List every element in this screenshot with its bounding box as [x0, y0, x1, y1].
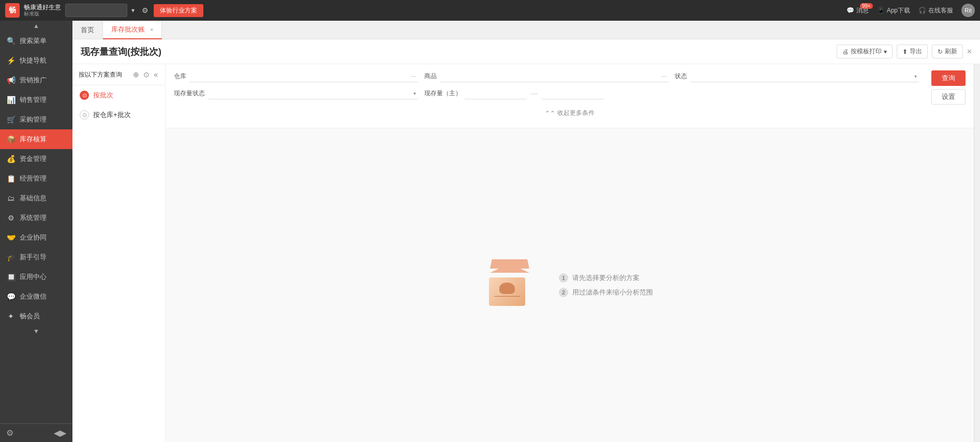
top-header: 畅 畅康通好生意 标准版 ▾ ⚙ 体验行业方案 💬 消息 99+ 📱 App下载… [0, 0, 980, 21]
sidebar-item-apps[interactable]: 🔲 应用中心 [0, 267, 72, 287]
sidebar: ▲ 🔍 搜索菜单 ⚡ 快捷导航 📢 营销推广 📊 销售管理 🛒 采购管理 📦 库… [0, 21, 72, 442]
left-panel: 按以下方案查询 ⊕ ⊙ « ⊙ 按批次 ⊙ 按仓库+批次 [72, 64, 166, 442]
warehouse-more-btn[interactable]: ··· [409, 71, 418, 81]
collab-icon: 🤝 [6, 233, 16, 242]
sidebar-item-system[interactable]: ⚙ 系统管理 [0, 208, 72, 228]
collapse-up-icon: ⌃⌃ [545, 110, 555, 117]
export-btn[interactable]: ⬆ 导出 [897, 45, 928, 58]
search-icon: 🔍 [6, 36, 16, 46]
sidebar-item-operation[interactable]: 📋 经营管理 [0, 169, 72, 188]
inventory-qty-label: 现存量（主） [424, 89, 462, 98]
tab-home[interactable]: 首页 [72, 21, 103, 39]
export-icon: ⬆ [902, 48, 908, 55]
scheme-active-icon: ⊙ [80, 91, 89, 100]
filter-row-2: 现存量状态 ▾ 现存量（主） [174, 87, 919, 99]
tab-bar: 首页 库存批次账 × [72, 21, 980, 39]
user-avatar[interactable]: Rit [961, 4, 975, 17]
sidebar-settings-btn[interactable]: ⚙ [6, 428, 13, 438]
sales-icon: 📊 [6, 95, 16, 105]
page-title: 现存量查询(按批次) [81, 46, 837, 58]
sidebar-item-search[interactable]: 🔍 搜索菜单 [0, 31, 72, 51]
sidebar-item-marketing[interactable]: 📢 营销推广 [0, 70, 72, 90]
vip-icon: ✦ [6, 312, 16, 321]
main-content: 首页 库存批次账 × 现存量查询(按批次) 🖨 按模板打印 ▾ ⬆ 导出 [72, 21, 980, 442]
global-settings-btn[interactable]: ⚙ [139, 5, 152, 16]
messages-badge: 99+ [860, 3, 873, 9]
brand-name: 畅康通好生意 [24, 4, 61, 11]
operation-icon: 📋 [6, 174, 16, 183]
empty-tip-1: 1 请先选择要分析的方案 [559, 273, 653, 283]
status-select[interactable] [690, 70, 919, 82]
tab-inventory-batch[interactable]: 库存批次账 × [103, 21, 162, 39]
inventory-qty-field: 现存量（主） — [424, 87, 669, 99]
sidebar-item-collab[interactable]: 🤝 企业协同 [0, 228, 72, 247]
product-input-wrapper: ··· [440, 70, 669, 82]
scheme-item-batch[interactable]: ⊙ 按批次 [72, 85, 165, 105]
message-icon: 💬 [847, 7, 854, 14]
right-scrollbar [974, 64, 980, 442]
sidebar-item-inventory[interactable]: 📦 库存核算 [0, 129, 72, 149]
inventory-qty-to-input[interactable] [542, 87, 604, 99]
header-right: 💬 消息 99+ 📱 App下载 🎧 在线客服 Rit [847, 4, 975, 17]
inventory-icon: 📦 [6, 135, 16, 144]
close-panel-btn[interactable]: × [967, 47, 972, 56]
online-service-btn[interactable]: 🎧 在线客服 [918, 6, 953, 15]
tab-close-btn[interactable]: × [150, 26, 153, 33]
tip-number-2: 2 [559, 288, 568, 297]
scheme-item-warehouse-batch[interactable]: ⊙ 按仓库+批次 [72, 105, 165, 125]
basic-info-icon: 🗂 [6, 194, 16, 203]
sidebar-item-wechat[interactable]: 💬 企业微信 [0, 287, 72, 306]
empty-state-illustration [486, 259, 538, 311]
service-icon: 🎧 [918, 7, 926, 14]
inventory-status-select[interactable] [208, 87, 418, 99]
sidebar-item-quicknav[interactable]: ⚡ 快捷导航 [0, 51, 72, 70]
global-search-input[interactable] [65, 4, 127, 17]
print-icon: 🖨 [842, 48, 849, 55]
wechat-icon: 💬 [6, 292, 16, 301]
left-panel-title: 按以下方案查询 [79, 70, 122, 79]
search-dropdown-btn[interactable]: ▾ [129, 6, 137, 15]
sidebar-item-purchase[interactable]: 🛒 采购管理 [0, 110, 72, 129]
scheme-settings-btn[interactable]: ⊙ [142, 69, 151, 80]
experience-btn[interactable]: 体验行业方案 [154, 4, 203, 17]
query-btn[interactable]: 查询 [931, 70, 966, 86]
finance-icon: 💰 [6, 154, 16, 164]
warehouse-field: 仓库 ··· [174, 70, 418, 82]
collapse-row[interactable]: ⌃⌃ 收起更多条件 [174, 105, 966, 122]
app-download-btn[interactable]: 📱 App下载 [877, 6, 910, 15]
sidebar-toggle-btn[interactable]: ◀▶ [54, 428, 66, 438]
system-icon: ⚙ [6, 213, 16, 223]
status-select-wrapper: ▾ [690, 70, 919, 82]
refresh-btn[interactable]: ↻ 刷新 [932, 45, 963, 58]
top-nav: ▾ ⚙ 体验行业方案 [65, 4, 842, 17]
sidebar-scroll-up[interactable]: ▲ [0, 21, 72, 31]
sidebar-scroll-down[interactable]: ▼ [0, 326, 72, 336]
filter-row-1: 仓库 ··· 商品 [174, 70, 919, 82]
purchase-icon: 🛒 [6, 115, 16, 124]
collapse-left-panel-btn[interactable]: « [153, 69, 159, 80]
inventory-status-field: 现存量状态 ▾ [174, 87, 418, 99]
empty-state-tips: 1 请先选择要分析的方案 2 用过滤条件来缩小分析范围 [559, 273, 653, 297]
avatar-circle: Rit [961, 4, 975, 17]
scheme-inactive-icon: ⊙ [80, 110, 89, 120]
product-input[interactable] [440, 70, 659, 82]
filter-settings-btn[interactable]: 设置 [931, 89, 966, 105]
add-scheme-btn[interactable]: ⊕ [132, 69, 140, 80]
guide-icon: 🎓 [6, 253, 16, 262]
sidebar-bottom: ⚙ ◀▶ [0, 423, 72, 442]
product-label: 商品 [424, 72, 437, 81]
messages-btn[interactable]: 💬 消息 99+ [847, 6, 869, 15]
print-dropdown-arrow: ▾ [884, 48, 887, 55]
sidebar-item-sales[interactable]: 📊 销售管理 [0, 90, 72, 110]
sidebar-item-guide[interactable]: 🎓 新手引导 [0, 247, 72, 267]
print-btn[interactable]: 🖨 按模板打印 ▾ [837, 45, 893, 58]
inventory-qty-from-input[interactable] [465, 87, 527, 99]
sidebar-item-finance[interactable]: 💰 资金管理 [0, 149, 72, 169]
empty-state: 1 请先选择要分析的方案 2 用过滤条件来缩小分析范围 [166, 128, 974, 442]
sidebar-item-basic-info[interactable]: 🗂 基础信息 [0, 188, 72, 208]
page-header: 现存量查询(按批次) 🖨 按模板打印 ▾ ⬆ 导出 ↻ 刷新 × [72, 39, 980, 64]
warehouse-input[interactable] [189, 70, 409, 82]
sidebar-item-vip[interactable]: ✦ 畅会员 [0, 306, 72, 326]
page-header-actions: 🖨 按模板打印 ▾ ⬆ 导出 ↻ 刷新 × [837, 45, 972, 58]
product-more-btn[interactable]: ··· [659, 71, 669, 81]
